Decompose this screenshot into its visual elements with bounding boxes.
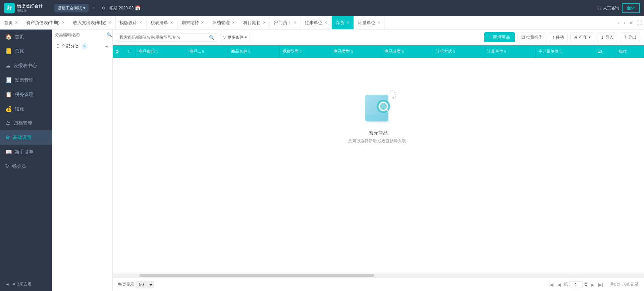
- search-icon[interactable]: 🔍: [209, 35, 214, 40]
- close-home-tab[interactable]: ✕: [15, 20, 18, 25]
- svg-marker-7: [392, 96, 394, 99]
- nav-tab-partner[interactable]: 往来单位 ✕: [301, 16, 332, 30]
- tab-nav: 首页 ✕ 资产负债表(中期) ✕ 收入支出表(年报) ✕ 模版设计 ✕ 税表清单…: [0, 16, 644, 30]
- category-header[interactable]: ⠿ 全部分类 ✎ ◄: [52, 40, 112, 52]
- sidebar-item-guide[interactable]: 📖 新手引导: [0, 145, 52, 159]
- archive-icon: 🗂: [5, 120, 11, 126]
- horizontal-scrollbar[interactable]: [113, 274, 644, 278]
- close-balance-tab[interactable]: ✕: [62, 20, 65, 25]
- close-income-tab[interactable]: ✕: [108, 20, 111, 25]
- page-size-dropdown[interactable]: 10 20 50 100: [136, 281, 154, 288]
- settings-button[interactable]: ⚙: [99, 4, 108, 12]
- sidebar-item-settings[interactable]: ⚙ 基础设置: [0, 130, 52, 145]
- prev-page-button[interactable]: ◀: [556, 281, 562, 288]
- right-content: 🔍 ▽ 更多条件 ▾ + 新增商品 ☑ 批量操作 ↕: [113, 30, 644, 291]
- product-table: ⚙ ☐ 商品条码⇅ 商品...⇅ 商品名称⇅ 规格型号⇅ 商品类型⇅ 商品分类⇅…: [113, 45, 644, 58]
- nav-tab-income[interactable]: 收入支出表(年报) ✕: [69, 16, 116, 30]
- move-icon: ↕: [552, 35, 554, 40]
- more-filter-button[interactable]: ▽ 更多条件 ▾: [220, 33, 250, 42]
- account-button[interactable]: 会计: [622, 3, 640, 13]
- header-tab-bar: 基层工会测试 ▾ + ⚙ 账期 2023-03 📅: [54, 4, 593, 12]
- product-search-input[interactable]: [120, 35, 208, 40]
- col-unit[interactable]: 计量单位⇅: [484, 45, 536, 58]
- col-spec[interactable]: 规格型号⇅: [279, 45, 331, 58]
- sidebar-item-member[interactable]: 𝕍 畅会员: [0, 159, 52, 174]
- col-extra[interactable]: ≡3: [595, 45, 616, 58]
- logo-icon: 好: [4, 3, 15, 13]
- nav-tab-template[interactable]: 模版设计 ✕: [116, 16, 147, 30]
- category-search-bar: 🔍: [52, 30, 112, 40]
- header-right: 🎧 人工咨询 会计: [597, 3, 640, 13]
- col-settings[interactable]: ⚙: [113, 45, 125, 58]
- sidebar-item-archive[interactable]: 🗂 归档管理: [0, 116, 52, 130]
- col-barcode[interactable]: 商品条码⇅: [136, 45, 187, 58]
- last-page-button[interactable]: ▶|: [597, 281, 605, 288]
- sidebar-item-invoice[interactable]: 🧾 发票管理: [0, 73, 52, 87]
- collapse-icon[interactable]: ◄: [104, 44, 108, 49]
- print-button[interactable]: 🖨 打印 ▾: [570, 33, 594, 42]
- page-input[interactable]: [569, 281, 583, 288]
- category-search-input[interactable]: [55, 33, 105, 37]
- nav-tab-tax[interactable]: 税表清单 ✕: [147, 16, 177, 30]
- col-main-unit[interactable]: 主计量单位⇅: [536, 45, 595, 58]
- import-button[interactable]: ⤓ 导入: [597, 33, 617, 42]
- sidebar-item-ledger[interactable]: 📒 总账: [0, 44, 52, 58]
- tab-nav-arrows: ‹ › ✕ ⛶: [616, 19, 644, 27]
- sidebar: 🏠 首页 📒 总账 ☁ 云报表中心 🧾 发票管理 📋 税务管理 💰 结账 🗂 归…: [0, 30, 52, 291]
- tab-next-button[interactable]: ›: [622, 19, 627, 27]
- add-product-button[interactable]: + 新增商品: [484, 32, 515, 42]
- product-table-wrapper: ⚙ ☐ 商品条码⇅ 商品...⇅ 商品名称⇅ 规格型号⇅ 商品类型⇅ 商品分类⇅…: [113, 45, 644, 274]
- col-name[interactable]: 商品名称⇅: [228, 45, 280, 58]
- batch-operation-button[interactable]: ☑ 批量操作: [518, 33, 546, 42]
- nav-tab-period[interactable]: 期末结转 ✕: [177, 16, 208, 30]
- sidebar-item-close[interactable]: 💰 结账: [0, 102, 52, 116]
- category-search-icon[interactable]: 🔍: [107, 32, 112, 37]
- company-tab[interactable]: 基层工会测试 ▾: [54, 4, 89, 12]
- close-period-tab[interactable]: ✕: [201, 20, 204, 25]
- close-template-tab[interactable]: ✕: [139, 20, 142, 25]
- col-price-method[interactable]: 计价方式⇅: [433, 45, 484, 58]
- page-size-select: 每页显示 10 20 50 100: [118, 281, 154, 288]
- tab-prev-button[interactable]: ‹: [616, 19, 622, 27]
- close-unit-tab[interactable]: ✕: [377, 20, 380, 25]
- product-search-bar: 🔍: [117, 33, 217, 42]
- next-page-button[interactable]: ▶: [589, 281, 596, 288]
- close-tax-tab[interactable]: ✕: [170, 20, 173, 25]
- col-category[interactable]: 商品分类⇅: [382, 45, 433, 58]
- logo-text: 畅捷通好会计 旗舰版: [17, 3, 43, 13]
- close-subject-tab[interactable]: ✕: [263, 20, 266, 25]
- home-icon: 🏠: [5, 34, 12, 40]
- close-dept-tab[interactable]: ✕: [293, 20, 297, 25]
- sidebar-item-home[interactable]: 🏠 首页: [0, 30, 52, 44]
- close-inventory-tab[interactable]: ✕: [346, 20, 350, 25]
- sidebar-item-tax[interactable]: 📋 税务管理: [0, 87, 52, 102]
- sidebar-unpin-button[interactable]: ◄ ◄取消固定: [0, 277, 52, 291]
- move-button[interactable]: ↕ 移动: [549, 33, 568, 42]
- nav-tab-archive[interactable]: 归档管理 ✕: [208, 16, 239, 30]
- tab-nav-inner: 首页 ✕ 资产负债表(中期) ✕ 收入支出表(年报) ✕ 模版设计 ✕ 税表清单…: [0, 16, 616, 30]
- close-partner-tab[interactable]: ✕: [324, 20, 327, 25]
- add-tab-button[interactable]: +: [90, 4, 98, 12]
- col-type[interactable]: 商品类型⇅: [331, 45, 382, 58]
- nav-tab-unit[interactable]: 计量单位 ✕: [354, 16, 385, 30]
- export-button[interactable]: ⤒ 导出: [620, 33, 640, 42]
- nav-tab-inventory[interactable]: 存货 ✕: [332, 16, 354, 30]
- invoice-icon: 🧾: [5, 77, 12, 83]
- tab-expand-button[interactable]: ⛶: [635, 19, 644, 27]
- col-check[interactable]: ☐: [125, 45, 136, 58]
- nav-tab-dept[interactable]: 部门员工 ✕: [270, 16, 301, 30]
- close-archive-tab[interactable]: ✕: [232, 20, 235, 25]
- scrollbar-thumb[interactable]: [140, 274, 374, 277]
- table-footer: 每页显示 10 20 50 100 |◀ ◀ 第 页: [113, 278, 644, 291]
- col-code[interactable]: 商品...⇅: [187, 45, 228, 58]
- category-edit-icon[interactable]: ✎: [81, 43, 88, 50]
- nav-tab-subject[interactable]: 科目期初 ✕: [239, 16, 270, 30]
- cloud-icon: ☁: [5, 62, 11, 69]
- first-page-button[interactable]: |◀: [547, 281, 555, 288]
- nav-tab-balance[interactable]: 资产负债表(中期) ✕: [22, 16, 69, 30]
- tab-close-all-button[interactable]: ✕: [627, 19, 635, 27]
- consult-button[interactable]: 🎧 人工咨询: [597, 5, 619, 11]
- nav-tab-home[interactable]: 首页 ✕: [0, 16, 22, 30]
- sidebar-item-cloud[interactable]: ☁ 云报表中心: [0, 58, 52, 73]
- calendar-icon[interactable]: 📅: [135, 5, 141, 11]
